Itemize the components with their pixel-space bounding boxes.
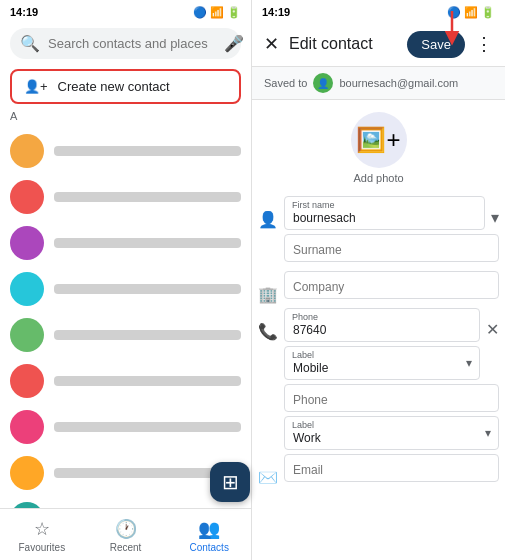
search-input[interactable]: [48, 36, 216, 51]
company-row: 🏢: [258, 271, 499, 304]
contact-name: [54, 422, 241, 432]
list-item[interactable]: [0, 312, 251, 358]
clear-phone-button[interactable]: ✕: [486, 308, 499, 339]
edit-title: Edit contact: [289, 35, 401, 53]
phone2-row: 📞 Label Mobile Home Work ▾: [258, 384, 499, 450]
mic-icon[interactable]: 🎤: [224, 34, 244, 53]
label2-field[interactable]: Label Mobile Home Work ▾: [284, 416, 499, 450]
expand-icon[interactable]: ▾: [491, 196, 499, 227]
label1-field[interactable]: Label Mobile Home Work ▾: [284, 346, 480, 380]
avatar: [10, 456, 44, 490]
status-icons-left: 🔵 📶 🔋: [193, 6, 241, 19]
avatar: [10, 272, 44, 306]
phone-row: 📞 Phone Label Mobile Home Work ▾ ✕: [258, 308, 499, 380]
nav-recent[interactable]: 🕐 Recent: [84, 518, 168, 553]
fab-button[interactable]: ⊞: [210, 462, 250, 502]
contact-name: [54, 376, 241, 386]
surname-fields: [284, 234, 499, 262]
company-field[interactable]: [284, 271, 499, 299]
avatar: [10, 180, 44, 214]
clock-icon: 🕐: [115, 518, 137, 540]
add-photo-section: 🖼️+ Add photo: [258, 100, 499, 192]
company-icon: 🏢: [258, 271, 278, 304]
nav-contacts-label: Contacts: [189, 542, 228, 553]
email-icon: ✉️: [258, 454, 278, 487]
saved-to-label: Saved to: [264, 77, 307, 89]
contact-name: [54, 146, 241, 156]
email-input[interactable]: [284, 454, 499, 482]
create-contact-button[interactable]: 👤+ Create new contact: [10, 69, 241, 104]
email-row: ✉️: [258, 454, 499, 487]
phone2-fields: Label Mobile Home Work ▾: [284, 384, 499, 450]
list-item[interactable]: [0, 266, 251, 312]
company-input[interactable]: [284, 271, 499, 299]
time-left: 14:19: [10, 6, 38, 18]
red-arrow-indicator: [427, 6, 477, 56]
person-icon: 👤: [258, 196, 278, 229]
contact-name: [54, 330, 241, 340]
list-item[interactable]: [0, 404, 251, 450]
search-bar[interactable]: 🔍 🎤 ⋮: [10, 28, 241, 59]
add-photo-button[interactable]: 🖼️+: [351, 112, 407, 168]
account-icon: 👤: [317, 78, 329, 89]
saved-to-email: bournesach@gmail.com: [339, 77, 458, 89]
avatar: [10, 226, 44, 260]
list-item[interactable]: [0, 358, 251, 404]
saved-to-bar: Saved to 👤 bournesach@gmail.com: [252, 66, 505, 100]
close-button[interactable]: ✕: [260, 29, 283, 59]
nav-recent-label: Recent: [110, 542, 142, 553]
edit-body: 🖼️+ Add photo 👤 First name ▾ 👤: [252, 100, 505, 560]
right-panel: 14:19 🔵 📶 🔋 ✕ Edit contact Save ⋮ Saved …: [252, 0, 505, 560]
create-contact-label: Create new contact: [58, 79, 170, 94]
time-right: 14:19: [262, 6, 290, 18]
status-bar-left: 14:19 🔵 📶 🔋: [0, 0, 251, 22]
label2-select[interactable]: Mobile Home Work: [284, 416, 499, 450]
avatar: [10, 364, 44, 398]
list-item[interactable]: [0, 174, 251, 220]
email-field[interactable]: [284, 454, 499, 482]
phone-label: Phone: [292, 312, 318, 322]
add-photo-label: Add photo: [353, 172, 403, 184]
first-name-label: First name: [292, 200, 335, 210]
list-item[interactable]: [0, 128, 251, 174]
edit-header: ✕ Edit contact Save ⋮: [252, 22, 505, 66]
create-contact-icon: 👤+: [24, 79, 48, 94]
phone2-input[interactable]: [284, 384, 499, 412]
avatar: [10, 410, 44, 444]
first-name-field[interactable]: First name: [284, 196, 485, 230]
surname-row: 👤: [258, 234, 499, 267]
surname-field[interactable]: [284, 234, 499, 262]
list-item[interactable]: [0, 220, 251, 266]
phone2-field[interactable]: [284, 384, 499, 412]
star-icon: ☆: [34, 518, 50, 540]
first-name-row: 👤 First name ▾: [258, 196, 499, 230]
contact-list: [0, 124, 251, 508]
nav-contacts[interactable]: 👥 Contacts: [167, 518, 251, 553]
account-avatar: 👤: [313, 73, 333, 93]
add-photo-icon: 🖼️+: [356, 126, 400, 154]
name-fields: First name: [284, 196, 485, 230]
phone-field[interactable]: Phone: [284, 308, 480, 342]
surname-input[interactable]: [284, 234, 499, 262]
alpha-label: A: [0, 108, 251, 124]
email-fields: [284, 454, 499, 482]
company-fields: [284, 271, 499, 299]
avatar: [10, 318, 44, 352]
phone-icon: 📞: [258, 308, 278, 341]
phone-fields: Phone Label Mobile Home Work ▾: [284, 308, 480, 380]
search-icon: 🔍: [20, 34, 40, 53]
avatar: [10, 134, 44, 168]
contact-name: [54, 284, 241, 294]
bottom-nav: ☆ Favourites 🕐 Recent 👥 Contacts: [0, 508, 251, 560]
contact-name: [54, 192, 241, 202]
grid-icon: ⊞: [222, 470, 239, 494]
label1-label: Label: [292, 350, 314, 360]
label2-label: Label: [292, 420, 314, 430]
contacts-icon: 👥: [198, 518, 220, 540]
contact-name: [54, 238, 241, 248]
nav-favourites[interactable]: ☆ Favourites: [0, 518, 84, 553]
nav-favourites-label: Favourites: [18, 542, 65, 553]
